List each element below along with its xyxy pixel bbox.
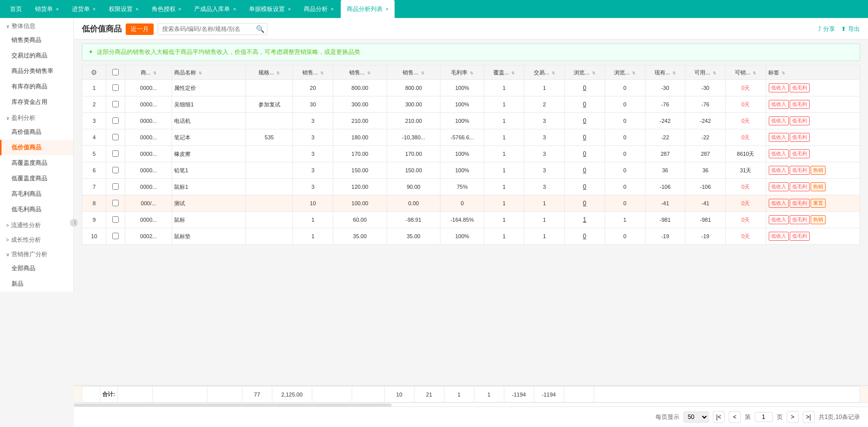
- sidebar-group-overview[interactable]: ∨ 整体信息: [0, 18, 73, 32]
- nav-sales-order[interactable]: 销货单 ×: [29, 0, 65, 18]
- filter-period-button[interactable]: 近一月: [126, 23, 154, 35]
- row-checkbox[interactable]: [112, 200, 119, 206]
- col-checkbox-header[interactable]: [106, 65, 125, 80]
- row-checkbox[interactable]: [112, 216, 119, 223]
- row-checkbox-cell[interactable]: [106, 162, 125, 179]
- view-link[interactable]: 0: [583, 117, 587, 124]
- row-checkbox[interactable]: [112, 117, 119, 124]
- close-icon[interactable]: ×: [93, 6, 96, 12]
- search-icon[interactable]: 🔍: [256, 25, 264, 33]
- close-icon[interactable]: ×: [331, 6, 334, 12]
- row-checkbox[interactable]: [112, 150, 119, 157]
- row-view-cnt1[interactable]: 0: [565, 113, 605, 129]
- sidebar-group-marketing[interactable]: ∨ 营销推广分析: [0, 246, 73, 261]
- sidebar-item-new-products[interactable]: 新品: [0, 276, 73, 292]
- row-checkbox-cell[interactable]: [106, 96, 125, 113]
- search-input[interactable]: [158, 23, 267, 35]
- row-checkbox-cell[interactable]: [106, 212, 125, 228]
- col-current-stock-header[interactable]: 现有... ⇅: [645, 65, 685, 80]
- nav-purchase-order[interactable]: 进货单 ×: [66, 0, 102, 18]
- sidebar-item-category-sales-rate[interactable]: 商品分类销售率: [0, 63, 73, 79]
- col-view-cnt2-header[interactable]: 浏览... ⇅: [605, 65, 645, 80]
- sidebar-item-low-coverage[interactable]: 低覆盖度商品: [0, 171, 73, 186]
- row-view-cnt1[interactable]: 0: [565, 80, 605, 96]
- sidebar-group-liquidity[interactable]: > 流通性分析: [0, 217, 73, 232]
- share-button[interactable]: ⤴ 分享: [818, 25, 835, 33]
- col-saleable-header[interactable]: 可销... ⇅: [725, 65, 766, 80]
- close-icon[interactable]: ×: [288, 6, 291, 12]
- col-sale-price-header[interactable]: 销售... ⇅: [387, 65, 440, 80]
- nav-product-inbound[interactable]: 产成品入库单 ×: [188, 0, 242, 18]
- col-spec-header[interactable]: 规格... ⇅: [246, 65, 293, 80]
- first-page-button[interactable]: |<: [713, 411, 725, 423]
- sidebar-item-low-margin[interactable]: 低毛利商品: [0, 202, 73, 217]
- row-checkbox[interactable]: [112, 84, 119, 91]
- row-checkbox-cell[interactable]: [106, 228, 125, 245]
- prev-page-button[interactable]: <: [729, 411, 741, 423]
- row-view-cnt1[interactable]: 1: [565, 212, 605, 228]
- nav-voucher-template[interactable]: 单据模板设置 ×: [243, 0, 297, 18]
- view-link[interactable]: 0: [583, 167, 587, 174]
- col-tags-header[interactable]: 标签 ⇅: [766, 65, 860, 80]
- col-trade-cnt-header[interactable]: 交易... ⇅: [524, 65, 565, 80]
- col-name-header[interactable]: 商品名称 ⇅: [172, 65, 246, 80]
- view-link[interactable]: 0: [583, 134, 587, 141]
- nav-product-analysis-list[interactable]: 商品分析列表 ×: [341, 0, 395, 18]
- nav-permission-settings[interactable]: 权限设置 ×: [103, 0, 145, 18]
- select-all-checkbox[interactable]: [112, 69, 119, 75]
- row-view-cnt1[interactable]: 0: [565, 129, 605, 146]
- view-link[interactable]: 0: [583, 101, 587, 108]
- sidebar-item-all-products[interactable]: 全部商品: [0, 261, 73, 276]
- nav-role-auth[interactable]: 角色授权 ×: [146, 0, 188, 18]
- row-view-cnt1[interactable]: 0: [565, 179, 605, 195]
- col-sale-qty-header[interactable]: 销售... ⇅: [293, 65, 333, 80]
- sidebar-item-stock-products[interactable]: 有库存的商品: [0, 79, 73, 94]
- col-available-stock-header[interactable]: 可用... ⇅: [685, 65, 726, 80]
- page-number-input[interactable]: [755, 412, 773, 422]
- sidebar-item-traded-products[interactable]: 交易过的商品: [0, 48, 73, 63]
- close-icon[interactable]: ×: [179, 6, 182, 12]
- horizontal-scrollbar[interactable]: [74, 403, 868, 407]
- sidebar-collapse-button[interactable]: 《: [70, 219, 78, 227]
- view-link[interactable]: 0: [583, 150, 587, 157]
- col-settings[interactable]: ⚙: [82, 65, 106, 80]
- col-coverage-header[interactable]: 覆盖... ⇅: [484, 65, 524, 80]
- last-page-button[interactable]: >|: [803, 411, 815, 423]
- row-checkbox-cell[interactable]: [106, 195, 125, 212]
- next-page-button[interactable]: >: [787, 411, 799, 423]
- sidebar-group-profit[interactable]: ∨ 盈利分析: [0, 110, 73, 124]
- row-view-cnt1[interactable]: 0: [565, 146, 605, 162]
- row-view-cnt1[interactable]: 0: [565, 96, 605, 113]
- settings-icon[interactable]: ⚙: [91, 68, 97, 76]
- nav-home[interactable]: 首页: [4, 0, 28, 18]
- close-icon[interactable]: ×: [56, 6, 59, 12]
- view-link[interactable]: 1: [583, 216, 587, 223]
- row-checkbox-cell[interactable]: [106, 179, 125, 195]
- close-icon[interactable]: ×: [233, 6, 236, 12]
- sidebar-item-high-coverage[interactable]: 高覆盖度商品: [0, 155, 73, 171]
- sidebar-item-high-margin[interactable]: 高毛利商品: [0, 186, 73, 202]
- page-size-select[interactable]: 50 100 200: [683, 412, 709, 423]
- sidebar-group-growth[interactable]: > 成长性分析: [0, 232, 73, 246]
- row-view-cnt1[interactable]: 0: [565, 195, 605, 212]
- row-view-cnt1[interactable]: 0: [565, 162, 605, 179]
- col-view-cnt1-header[interactable]: 浏览... ⇅: [565, 65, 605, 80]
- sidebar-item-stock-capital[interactable]: 库存资金占用: [0, 94, 73, 110]
- row-checkbox[interactable]: [112, 183, 119, 190]
- nav-product-analysis[interactable]: 商品分析 ×: [298, 0, 340, 18]
- row-checkbox-cell[interactable]: [106, 146, 125, 162]
- view-link[interactable]: 0: [583, 233, 587, 240]
- sidebar-item-sales-products[interactable]: 销售类商品: [0, 32, 73, 48]
- col-sale-amt-header[interactable]: 销售... ⇅: [333, 65, 387, 80]
- row-checkbox[interactable]: [112, 134, 119, 140]
- row-checkbox[interactable]: [112, 167, 119, 173]
- sidebar-item-high-value[interactable]: 高价值商品: [0, 124, 73, 140]
- view-link[interactable]: 0: [583, 200, 587, 207]
- row-view-cnt1[interactable]: 0: [565, 228, 605, 245]
- row-checkbox-cell[interactable]: [106, 80, 125, 96]
- sidebar-item-low-value[interactable]: 低价值商品: [0, 140, 73, 155]
- col-code-header[interactable]: 商... ⇅: [125, 65, 172, 80]
- row-checkbox-cell[interactable]: [106, 129, 125, 146]
- row-checkbox[interactable]: [112, 233, 119, 239]
- close-icon[interactable]: ×: [136, 6, 139, 12]
